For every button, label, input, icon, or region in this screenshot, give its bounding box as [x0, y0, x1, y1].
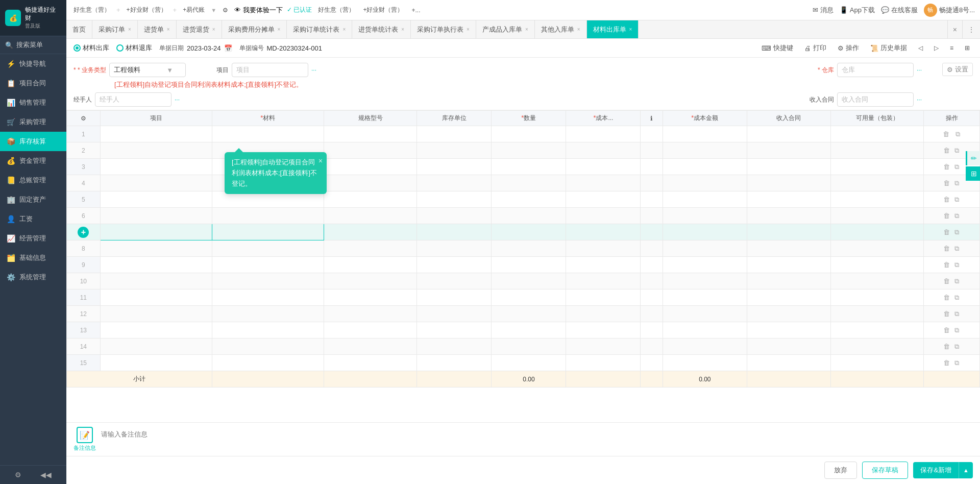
tab-close-finished-goods[interactable]: ×: [525, 27, 528, 32]
delete-row-btn[interactable]: 🗑: [942, 308, 952, 319]
notes-input[interactable]: [101, 427, 973, 448]
sidebar-item-base-info[interactable]: 🗂️ 基础信息: [0, 248, 66, 268]
tab-close-purchase-order[interactable]: ×: [128, 27, 131, 32]
collapse-icon[interactable]: ◀◀: [40, 471, 52, 479]
cell-unit[interactable]: [417, 126, 492, 142]
print-btn[interactable]: 🖨 打印: [801, 42, 829, 54]
delete-row-btn[interactable]: 🗑: [942, 145, 952, 155]
copy-row-btn[interactable]: ⧉: [952, 358, 962, 368]
copy-row-btn[interactable]: ⧉: [952, 227, 962, 237]
topbar-user[interactable]: 畅 畅捷通8号...: [924, 4, 975, 17]
shortcut-key-btn[interactable]: ⌨ 快捷键: [758, 42, 796, 54]
tooltip-close-btn[interactable]: ×: [318, 155, 323, 166]
cell-unit[interactable]: [417, 142, 492, 159]
tab-close-goods-receipt-stats[interactable]: ×: [401, 27, 404, 32]
copy-row-btn[interactable]: ⧉: [952, 211, 962, 221]
delete-row-btn[interactable]: 🗑: [942, 276, 952, 286]
calendar-icon[interactable]: 📅: [224, 44, 232, 52]
copy-row-btn[interactable]: ⧉: [952, 325, 962, 335]
tab-material-issue[interactable]: 材料出库单×: [587, 20, 639, 38]
sidebar-item-project[interactable]: 📋 项目合同: [0, 74, 66, 93]
tab-goods-return[interactable]: 进货退货×: [177, 20, 222, 38]
copy-row-btn[interactable]: ⧉: [952, 342, 962, 352]
delete-row-btn[interactable]: 🗑: [942, 341, 952, 351]
copy-row-btn[interactable]: ⧉: [952, 195, 962, 205]
sidebar-item-quick-nav[interactable]: ⚡ 快捷导航: [0, 54, 66, 74]
topbar-message[interactable]: ✉ 消息: [813, 6, 834, 15]
tab-close-purchase-order-exec[interactable]: ×: [467, 27, 470, 32]
warehouse-input[interactable]: 仓库: [837, 63, 914, 77]
topbar-link-more[interactable]: +...: [409, 6, 422, 15]
warehouse-dots-btn[interactable]: ···: [917, 66, 922, 74]
copy-row-btn[interactable]: ⧉: [952, 309, 962, 319]
tab-other-receipt[interactable]: 其他入库单×: [535, 20, 587, 38]
project-dots-btn[interactable]: ···: [311, 66, 316, 74]
topbar-link-easy-accounts[interactable]: +易代账: [181, 5, 207, 15]
tab-purchase-order[interactable]: 采购订单×: [92, 20, 138, 38]
topbar-online-service[interactable]: 💬 在线客服: [881, 6, 918, 15]
handler-dots-btn[interactable]: ···: [175, 96, 180, 103]
copy-row-btn[interactable]: ⧉: [952, 129, 963, 139]
cell-cost-amount[interactable]: [663, 142, 747, 159]
cell-cost[interactable]: [566, 142, 641, 159]
save-draft-btn[interactable]: 保存草稿: [862, 462, 908, 479]
topbar-link-good-finance[interactable]: +好业财（营）: [125, 5, 169, 15]
copy-row-btn[interactable]: ⧉: [952, 162, 962, 172]
cell-income-contract[interactable]: [747, 126, 830, 142]
discard-btn[interactable]: 放弃: [824, 462, 857, 479]
tab-close-purchase-order-stats[interactable]: ×: [342, 27, 346, 32]
topbar-dropdown-icon[interactable]: ▼: [211, 7, 216, 13]
delete-row-btn[interactable]: 🗑: [942, 210, 952, 221]
copy-row-btn[interactable]: ⧉: [952, 276, 962, 286]
topbar-experience[interactable]: 👁 我要体验一下: [234, 6, 283, 15]
income-contract-dots-btn[interactable]: ···: [917, 96, 922, 103]
delete-row-btn[interactable]: 🗑: [942, 243, 952, 253]
delete-row-btn[interactable]: 🗑: [942, 161, 952, 172]
tab-finished-goods[interactable]: 产成品入库单×: [476, 20, 535, 38]
topbar-settings-btn[interactable]: ⚙: [220, 6, 230, 15]
list-view-btn[interactable]: ≡: [947, 43, 957, 53]
sidebar-item-purchase[interactable]: 🛒 采购管理: [0, 112, 66, 132]
delete-row-btn[interactable]: 🗑: [942, 292, 952, 302]
add-row-btn[interactable]: +: [78, 227, 89, 238]
cell-qty[interactable]: [492, 126, 566, 142]
tab-close-btn[interactable]: ×: [947, 20, 962, 38]
settings-btn[interactable]: ⚙ 设置: [942, 63, 973, 76]
radio-material-issue[interactable]: [74, 44, 81, 52]
copy-row-btn[interactable]: ⧉: [952, 293, 962, 303]
tab-purchase-order-exec[interactable]: 采购订单执行表×: [411, 20, 476, 38]
copy-row-btn[interactable]: ⧉: [952, 178, 962, 188]
cell-income-contract[interactable]: [747, 142, 830, 159]
topbar-link-good-biz[interactable]: 好生意（营）: [71, 5, 112, 15]
delete-row-btn[interactable]: 🗑: [942, 178, 952, 188]
cell-cost[interactable]: [566, 126, 641, 142]
history-btn[interactable]: 📜 历史单据: [867, 42, 910, 54]
topbar-app-download[interactable]: 📱 App下载: [840, 6, 875, 15]
cell-project[interactable]: [100, 126, 212, 142]
cell-spec[interactable]: [324, 142, 417, 159]
save-new-btn[interactable]: 保存&新增: [913, 462, 959, 478]
tab-close-goods-return[interactable]: ×: [212, 27, 215, 32]
income-contract-input[interactable]: 收入合同: [837, 92, 914, 107]
tab-goods-receipt-stats[interactable]: 进货单统计表×: [352, 20, 411, 38]
copy-row-btn[interactable]: ⧉: [952, 244, 962, 254]
tab-close-goods-receipt[interactable]: ×: [167, 27, 170, 32]
sidebar-item-sys-mgmt[interactable]: ⚙️ 系统管理: [0, 268, 66, 287]
delete-row-btn[interactable]: 🗑: [942, 325, 952, 335]
delete-row-btn[interactable]: 🗑: [942, 357, 952, 368]
sidebar-item-payroll[interactable]: 👤 工资: [0, 209, 66, 229]
sidebar-item-inventory[interactable]: 📦 库存核算: [0, 132, 66, 151]
operations-btn[interactable]: ⚙ 操作: [835, 42, 862, 54]
cell-project[interactable]: [100, 142, 212, 159]
copy-row-btn[interactable]: ⧉: [952, 260, 962, 270]
tab-home[interactable]: 首页: [66, 20, 92, 38]
sidebar-item-finance[interactable]: 💰 资金管理: [0, 151, 66, 171]
tab-close-other-receipt[interactable]: ×: [577, 27, 580, 32]
radio-material-return[interactable]: [116, 44, 124, 52]
tab-close-purchase-expense[interactable]: ×: [278, 27, 281, 32]
sidebar-item-ledger[interactable]: 📒 总账管理: [0, 171, 66, 190]
tab-purchase-order-stats[interactable]: 采购订单统计表×: [287, 20, 352, 38]
tab-close-material-issue[interactable]: ×: [629, 27, 632, 32]
right-float-table-icon[interactable]: ⊞: [966, 166, 980, 181]
business-type-select[interactable]: 工程领料 ▼: [109, 63, 186, 77]
